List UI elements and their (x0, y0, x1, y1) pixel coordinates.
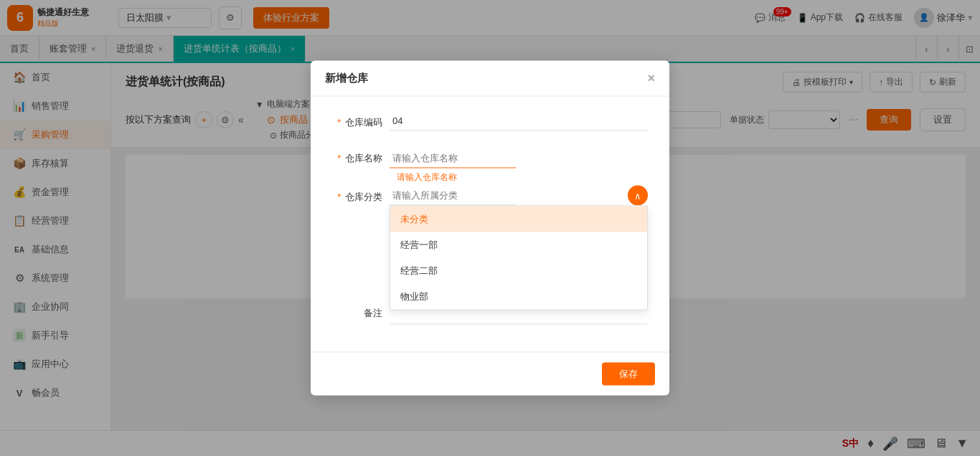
dialog-body: * 仓库编码 * 仓库名称 请输入仓库名称 * 仓库分类 (311, 97, 669, 352)
dialog-close-button[interactable]: × (647, 71, 655, 86)
category-dropdown-list: 未分类 经营一部 经营二部 物业部 (390, 206, 648, 310)
name-field-row: * 仓库名称 请输入仓库名称 (332, 147, 648, 170)
new-warehouse-dialog: 新增仓库 × * 仓库编码 * 仓库名称 请输入仓库名称 * (311, 61, 669, 396)
dialog-header: 新增仓库 × (311, 61, 669, 97)
category-dropdown-button[interactable]: ∧ (628, 186, 648, 206)
dropdown-item-dept2[interactable]: 经营二部 (390, 258, 647, 284)
dialog-footer: 保存 (311, 352, 669, 396)
dropdown-item-dept3[interactable]: 物业部 (390, 284, 647, 310)
save-button[interactable]: 保存 (602, 363, 655, 386)
name-input[interactable] (390, 148, 516, 168)
name-error-message: 请输入仓库名称 (397, 171, 457, 184)
code-label: * 仓库编码 (332, 111, 390, 134)
category-input-wrapper: ∧ 未分类 经营一部 经营二部 物业部 (390, 186, 648, 206)
code-input[interactable] (390, 111, 648, 131)
dropdown-item-dept1[interactable]: 经营一部 (390, 232, 647, 258)
dialog-title: 新增仓库 (325, 72, 368, 85)
name-label: * 仓库名称 (332, 147, 390, 170)
category-input[interactable] (390, 186, 516, 206)
category-label: * 仓库分类 (332, 186, 390, 209)
note-label: 备注 (332, 302, 390, 325)
dropdown-item-none[interactable]: 未分类 (390, 206, 647, 232)
code-field-row: * 仓库编码 (332, 111, 648, 134)
category-field-row: * 仓库分类 ∧ 未分类 经营一部 经营二部 物业部 (332, 186, 648, 209)
